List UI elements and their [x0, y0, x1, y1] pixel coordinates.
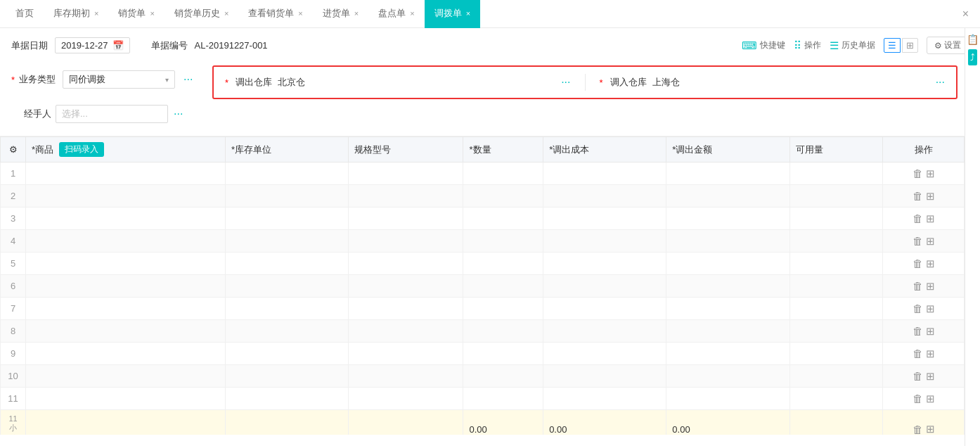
- row-amount[interactable]: [666, 365, 789, 388]
- copy-icon[interactable]: ⊞: [926, 167, 935, 180]
- row-amount[interactable]: [666, 185, 789, 208]
- row-product[interactable]: [26, 230, 226, 253]
- row-available[interactable]: [789, 388, 882, 410]
- row-qty[interactable]: [463, 388, 543, 410]
- subtotal-delete-icon[interactable]: 🗑: [913, 423, 923, 435]
- grid-view-button[interactable]: ⊞: [902, 38, 918, 53]
- row-product[interactable]: [26, 208, 226, 230]
- row-product[interactable]: [26, 185, 226, 208]
- th-settings[interactable]: ⚙: [1, 137, 26, 163]
- delete-icon[interactable]: 🗑: [913, 348, 923, 359]
- row-available[interactable]: [789, 298, 882, 320]
- copy-icon[interactable]: ⊞: [926, 257, 935, 270]
- row-cost[interactable]: [543, 298, 666, 320]
- row-qty[interactable]: [463, 253, 543, 275]
- row-qty[interactable]: [463, 343, 543, 365]
- delete-icon[interactable]: 🗑: [913, 393, 923, 404]
- copy-icon[interactable]: ⊞: [926, 235, 935, 248]
- list-view-button[interactable]: ☰: [884, 38, 901, 53]
- row-cost[interactable]: [543, 185, 666, 208]
- row-available[interactable]: [789, 275, 882, 298]
- row-available[interactable]: [789, 208, 882, 230]
- row-cost[interactable]: [543, 163, 666, 185]
- row-unit[interactable]: [226, 208, 349, 230]
- row-amount[interactable]: [666, 253, 789, 275]
- row-amount[interactable]: [666, 208, 789, 230]
- manager-more-icon[interactable]: ···: [174, 108, 183, 120]
- delete-icon[interactable]: 🗑: [913, 167, 923, 179]
- settings-button[interactable]: ⚙ 设置: [927, 37, 969, 54]
- row-amount[interactable]: [666, 320, 789, 343]
- row-product[interactable]: [26, 298, 226, 320]
- calendar-icon[interactable]: 📅: [112, 40, 124, 51]
- row-qty[interactable]: [463, 320, 543, 343]
- row-spec[interactable]: [349, 320, 463, 343]
- sidebar-doc-icon[interactable]: 📋: [967, 34, 979, 45]
- row-spec[interactable]: [349, 275, 463, 298]
- copy-icon[interactable]: ⊞: [926, 348, 935, 360]
- delete-icon[interactable]: 🗑: [913, 302, 923, 314]
- tab-close-sales-order[interactable]: ×: [150, 9, 154, 18]
- copy-icon[interactable]: ⊞: [926, 302, 935, 315]
- tab-inventory-init[interactable]: 库存期初 ×: [44, 0, 108, 28]
- biz-more-icon[interactable]: ···: [183, 73, 193, 86]
- row-spec[interactable]: [349, 208, 463, 230]
- delete-icon[interactable]: 🗑: [913, 280, 923, 292]
- tab-purchase-order[interactable]: 进货单 ×: [313, 0, 368, 28]
- row-product[interactable]: [26, 388, 226, 410]
- row-product[interactable]: [26, 343, 226, 365]
- delete-icon[interactable]: 🗑: [913, 370, 923, 382]
- row-qty[interactable]: [463, 365, 543, 388]
- row-cost[interactable]: [543, 230, 666, 253]
- row-spec[interactable]: [349, 185, 463, 208]
- row-unit[interactable]: [226, 388, 349, 410]
- row-unit[interactable]: [226, 163, 349, 185]
- tab-home[interactable]: 首页: [6, 0, 44, 28]
- row-qty[interactable]: [463, 275, 543, 298]
- scan-button[interactable]: 扫码录入: [59, 142, 104, 157]
- row-available[interactable]: [789, 365, 882, 388]
- operation-button[interactable]: ⠿ 操作: [794, 39, 821, 52]
- row-available[interactable]: [789, 253, 882, 275]
- delete-icon[interactable]: 🗑: [913, 257, 923, 269]
- row-unit[interactable]: [226, 185, 349, 208]
- row-spec[interactable]: [349, 253, 463, 275]
- delete-icon[interactable]: 🗑: [913, 325, 923, 337]
- row-product[interactable]: [26, 275, 226, 298]
- tab-sales-history[interactable]: 销货单历史 ×: [165, 0, 238, 28]
- row-available[interactable]: [789, 230, 882, 253]
- row-cost[interactable]: [543, 388, 666, 410]
- row-qty[interactable]: [463, 163, 543, 185]
- row-spec[interactable]: [349, 365, 463, 388]
- row-available[interactable]: [789, 185, 882, 208]
- tab-close-inventory[interactable]: ×: [410, 9, 414, 18]
- copy-icon[interactable]: ⊞: [926, 280, 935, 293]
- row-unit[interactable]: [226, 230, 349, 253]
- biz-select[interactable]: 同价调拨 ▾: [63, 70, 175, 89]
- subtotal-copy-icon[interactable]: ⊞: [926, 423, 935, 435]
- row-spec[interactable]: [349, 343, 463, 365]
- date-input[interactable]: 2019-12-27 📅: [55, 37, 130, 53]
- delete-icon[interactable]: 🗑: [913, 190, 923, 202]
- tab-view-sales[interactable]: 查看销货单 ×: [238, 0, 312, 28]
- row-available[interactable]: [789, 163, 882, 185]
- row-amount[interactable]: [666, 298, 789, 320]
- copy-icon[interactable]: ⊞: [926, 190, 935, 203]
- row-amount[interactable]: [666, 230, 789, 253]
- copy-icon[interactable]: ⊞: [926, 212, 935, 225]
- row-unit[interactable]: [226, 320, 349, 343]
- out-warehouse-more-icon[interactable]: ···: [561, 76, 570, 89]
- tab-close-purchase-order[interactable]: ×: [354, 9, 359, 18]
- row-available[interactable]: [789, 343, 882, 365]
- row-qty[interactable]: [463, 185, 543, 208]
- tab-inventory[interactable]: 盘点单 ×: [368, 0, 424, 28]
- row-unit[interactable]: [226, 343, 349, 365]
- tab-close-inventory-init[interactable]: ×: [94, 9, 98, 18]
- row-spec[interactable]: [349, 163, 463, 185]
- copy-icon[interactable]: ⊞: [926, 325, 935, 338]
- row-cost[interactable]: [543, 253, 666, 275]
- row-amount[interactable]: [666, 163, 789, 185]
- manager-select[interactable]: 选择...: [56, 105, 168, 123]
- sidebar-external-icon[interactable]: ⤴: [968, 49, 977, 65]
- row-amount[interactable]: [666, 388, 789, 410]
